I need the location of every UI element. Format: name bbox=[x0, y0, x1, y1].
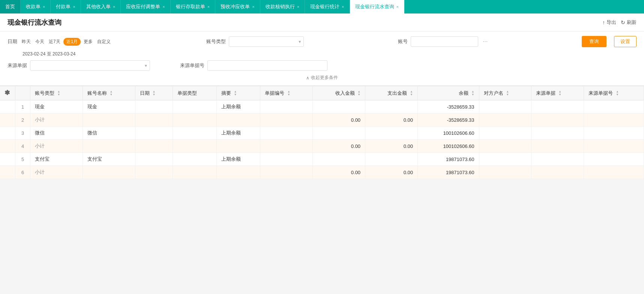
cell-expense bbox=[365, 153, 418, 166]
table-row[interactable]: 1现金现金上期余额-3528659.33 bbox=[0, 100, 644, 113]
close-cash-stats-icon[interactable]: × bbox=[342, 4, 344, 9]
collapse-chevron-icon: ∧ bbox=[306, 75, 309, 81]
cell-doc-type bbox=[173, 140, 216, 153]
th-doc-no[interactable]: 单据编号 ▲▼ bbox=[260, 86, 313, 100]
shortcut-yesterday[interactable]: 昨天 bbox=[20, 38, 32, 46]
table-row[interactable]: 4小计0.000.00100102606.60 bbox=[0, 140, 644, 153]
cell-doc-no bbox=[260, 127, 313, 140]
cell-num: 3 bbox=[15, 127, 30, 140]
close-other-income-icon[interactable]: × bbox=[113, 4, 115, 9]
account-input[interactable] bbox=[411, 36, 478, 47]
cell-doc-type bbox=[173, 153, 216, 166]
cell-source-doc bbox=[531, 140, 584, 153]
shortcut-custom[interactable]: 自定义 bbox=[96, 38, 112, 46]
cell-settings bbox=[0, 127, 15, 140]
cell-account-name bbox=[83, 113, 135, 127]
table-body: 1现金现金上期余额-3528659.332小计0.000.00-3528659.… bbox=[0, 100, 644, 179]
query-button[interactable]: 查询 bbox=[582, 36, 606, 47]
table-row[interactable]: 2小计0.000.00-3528659.33 bbox=[0, 113, 644, 127]
cell-source-doc-no bbox=[584, 166, 644, 179]
nav-payment[interactable]: 付款单 × bbox=[51, 0, 81, 13]
source-doc-no-input[interactable] bbox=[207, 60, 327, 71]
th-num bbox=[15, 86, 30, 100]
header-actions: ↑ 导出 ↻ 刷新 bbox=[602, 19, 636, 26]
cell-summary bbox=[216, 166, 260, 179]
cell-num: 5 bbox=[15, 153, 30, 166]
shortcut-more[interactable]: 更多 bbox=[82, 38, 94, 46]
source-doc-select[interactable] bbox=[30, 60, 150, 71]
cell-settings bbox=[0, 140, 15, 153]
cell-source-doc bbox=[531, 127, 584, 140]
cell-doc-no bbox=[260, 140, 313, 153]
nav-cash-flow[interactable]: 现金银行流水查询 × bbox=[350, 0, 404, 13]
nav-other-income[interactable]: 其他收入单 × bbox=[81, 0, 121, 13]
cell-expense: 0.00 bbox=[365, 140, 418, 153]
source-doc-filter-group: 来源单据 ▼ bbox=[8, 60, 150, 71]
nav-ap-adjust[interactable]: 应收应付调整单 × bbox=[121, 0, 170, 13]
close-advance-offset-icon[interactable]: × bbox=[252, 4, 254, 9]
th-balance[interactable]: 余额 ▲▼ bbox=[418, 86, 479, 100]
account-dots-icon[interactable]: ··· bbox=[483, 38, 488, 45]
export-button[interactable]: ↑ 导出 bbox=[602, 19, 616, 26]
cell-doc-no bbox=[260, 166, 313, 179]
cell-account-name: 现金 bbox=[83, 100, 135, 113]
close-receipt-icon[interactable]: × bbox=[43, 4, 45, 9]
th-summary[interactable]: 摘要 ▲▼ bbox=[216, 86, 260, 100]
close-bank-deposit-icon[interactable]: × bbox=[207, 4, 210, 9]
refresh-button[interactable]: ↻ 刷新 bbox=[621, 19, 636, 26]
close-cash-flow-icon[interactable]: × bbox=[396, 4, 399, 9]
collapse-button[interactable]: ∧ 收起更多条件 bbox=[306, 75, 338, 81]
nav-home[interactable]: 首页 bbox=[0, 0, 21, 13]
sort-source-doc-icon: ▲▼ bbox=[558, 90, 561, 96]
cell-doc-type bbox=[173, 113, 216, 127]
nav-bank-deposit[interactable]: 银行存取款单 × bbox=[171, 0, 215, 13]
th-account-name[interactable]: 账号名称 ▲▼ bbox=[83, 86, 135, 100]
gear-settings-icon[interactable] bbox=[5, 90, 11, 96]
page-title: 现金银行流水查询 bbox=[8, 18, 62, 27]
cell-income bbox=[313, 100, 365, 113]
cell-counterpart bbox=[479, 127, 531, 140]
shortcut-1month[interactable]: 近1月 bbox=[63, 38, 81, 46]
nav-receipt[interactable]: 收款单 × bbox=[21, 0, 51, 13]
cell-account-name: 微信 bbox=[83, 127, 135, 140]
cell-source-doc-no bbox=[584, 140, 644, 153]
cell-doc-no bbox=[260, 153, 313, 166]
cell-source-doc-no bbox=[584, 153, 644, 166]
th-account-type[interactable]: 账号类型 ▲▼ bbox=[30, 86, 83, 100]
cell-expense bbox=[365, 127, 418, 140]
cell-account-type: 小计 bbox=[30, 140, 83, 153]
th-source-doc[interactable]: 来源单据 ▲▼ bbox=[531, 86, 584, 100]
account-type-select[interactable] bbox=[229, 36, 304, 47]
table-row[interactable]: 5支付宝支付宝上期余额19871073.60 bbox=[0, 153, 644, 166]
settings-button[interactable]: 设置 bbox=[614, 36, 636, 47]
table-row[interactable]: 6小计0.000.0019871073.60 bbox=[0, 166, 644, 179]
cell-settings bbox=[0, 153, 15, 166]
sort-counterpart-icon: ▲▼ bbox=[506, 90, 509, 96]
th-counterpart[interactable]: 对方户名 ▲▼ bbox=[479, 86, 531, 100]
th-date[interactable]: 日期 ▲▼ bbox=[135, 86, 173, 100]
cell-source-doc bbox=[531, 166, 584, 179]
th-source-doc-no[interactable]: 来源单据号 ▲▼ bbox=[584, 86, 644, 100]
top-navigation: 首页 收款单 × 付款单 × 其他收入单 × 应收应付调整单 × 银行存取款单 … bbox=[0, 0, 644, 13]
collapse-label: 收起更多条件 bbox=[311, 75, 338, 81]
date-label: 日期 bbox=[8, 38, 17, 45]
cell-source-doc-no bbox=[584, 113, 644, 127]
close-payment-icon[interactable]: × bbox=[73, 4, 75, 9]
shortcut-today[interactable]: 今天 bbox=[34, 38, 46, 46]
nav-cash-stats[interactable]: 现金银行统计 × bbox=[305, 0, 350, 13]
cell-balance: 19871073.60 bbox=[418, 166, 479, 179]
cell-balance: 19871073.60 bbox=[418, 153, 479, 166]
th-expense[interactable]: 支出金额 ▲▼ bbox=[365, 86, 418, 100]
close-ap-adjust-icon[interactable]: × bbox=[162, 4, 165, 9]
cell-source-doc bbox=[531, 153, 584, 166]
cell-settings bbox=[0, 166, 15, 179]
nav-advance-offset[interactable]: 预收冲应收单 × bbox=[215, 0, 260, 13]
table-row[interactable]: 3微信微信上期余额100102606.60 bbox=[0, 127, 644, 140]
date-range-text: 2023-02-24 至 2023-03-24 bbox=[23, 51, 75, 57]
account-type-select-wrapper: ▼ bbox=[229, 36, 304, 47]
th-income[interactable]: 收入金额 ▲▼ bbox=[313, 86, 365, 100]
shortcut-7days[interactable]: 近7天 bbox=[47, 38, 62, 46]
close-collection-exec-icon[interactable]: × bbox=[297, 4, 299, 9]
nav-collection-exec[interactable]: 收款核销执行 × bbox=[260, 0, 305, 13]
sort-account-name-icon: ▲▼ bbox=[110, 90, 113, 96]
